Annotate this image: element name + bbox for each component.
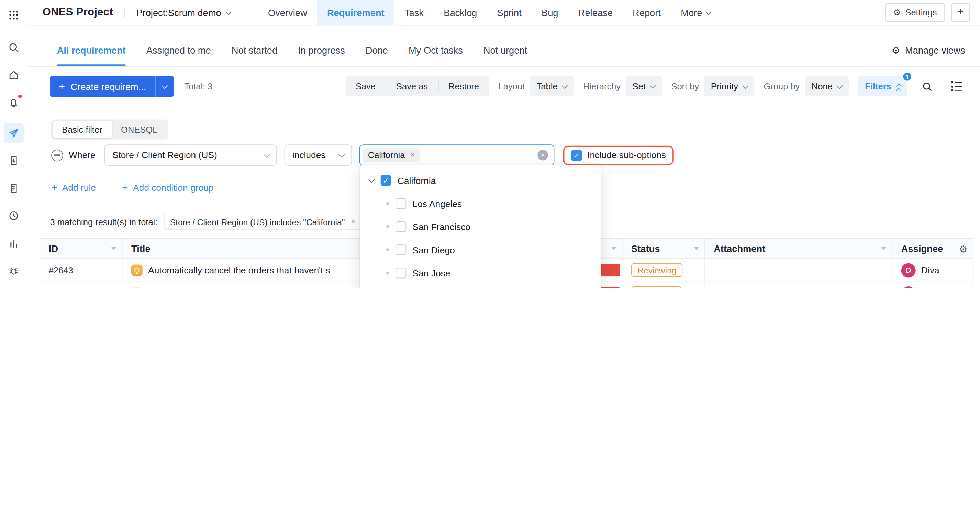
- remove-filter-icon[interactable]: ✕: [350, 219, 356, 225]
- create-dropdown-button[interactable]: [156, 76, 174, 97]
- include-sub-options-annotation: Include sub-options: [563, 145, 674, 165]
- dropdown-option-california[interactable]: California: [360, 169, 601, 192]
- restore-button[interactable]: Restore: [439, 81, 489, 91]
- filter-rule-row: Where Store / Client Region (US) include…: [51, 144, 980, 166]
- view-tab-done[interactable]: Done: [366, 34, 388, 66]
- apps-grid-icon[interactable]: [3, 5, 23, 25]
- chevron-down-icon: [742, 82, 748, 88]
- view-tab-in-progress[interactable]: In progress: [298, 34, 345, 66]
- add-button[interactable]: +: [951, 3, 970, 22]
- where-label: Where: [69, 150, 95, 160]
- project-selector[interactable]: Project:Scrum demo: [136, 7, 230, 18]
- nav-requirement[interactable]: Requirement: [317, 0, 395, 25]
- dropdown-option-san-jose[interactable]: San Jose: [360, 261, 601, 284]
- table-header-attachment[interactable]: Attachment: [705, 239, 893, 258]
- value-multiselect-input[interactable]: California ✕ ✕: [359, 144, 554, 166]
- cell-assignee: D Diva: [892, 259, 973, 281]
- view-tab-not-started[interactable]: Not started: [232, 34, 277, 66]
- gear-icon: ⚙: [893, 8, 901, 17]
- save-as-button[interactable]: Save as: [386, 81, 438, 91]
- nav-overview[interactable]: Overview: [258, 0, 317, 25]
- remove-tag-icon[interactable]: ✕: [410, 152, 415, 158]
- views-bar: All requirement Assigned to me Not start…: [27, 26, 980, 67]
- avatar: D: [901, 286, 916, 288]
- group-by-select[interactable]: None: [805, 76, 849, 96]
- remove-rule-icon[interactable]: [51, 149, 63, 161]
- operator-select[interactable]: includes: [284, 144, 352, 166]
- field-select[interactable]: Store / Client Region (US): [104, 144, 277, 166]
- filters-count-badge: 1: [902, 71, 913, 82]
- document-edit-icon[interactable]: [3, 178, 23, 198]
- add-rule-button[interactable]: + Add rule: [51, 181, 96, 194]
- bell-icon[interactable]: [3, 92, 23, 112]
- cell-attachment: [705, 259, 893, 281]
- clock-icon[interactable]: [3, 205, 23, 226]
- avatar: D: [901, 263, 916, 277]
- dropdown-option-colorado[interactable]: Colorado: [360, 285, 601, 288]
- selected-value-tag: California ✕: [363, 148, 420, 162]
- chevron-down-icon[interactable]: [368, 177, 375, 183]
- column-settings-gear-icon[interactable]: ⚙: [959, 244, 967, 253]
- nav-more[interactable]: More: [671, 0, 721, 25]
- view-tab-not-urgent[interactable]: Not urgent: [484, 34, 527, 66]
- sort-by-select[interactable]: Priority: [704, 76, 754, 96]
- filter-caret-icon: [611, 247, 616, 250]
- settings-button[interactable]: ⚙ Settings: [885, 3, 945, 22]
- checkbox-unchecked[interactable]: [396, 221, 406, 232]
- collapse-filters-icon: [897, 82, 900, 91]
- checkbox-checked[interactable]: [381, 175, 391, 186]
- table-header-status[interactable]: Status: [623, 239, 705, 258]
- hierarchy-label: Hierarchy: [583, 81, 620, 91]
- hierarchy-select[interactable]: Set: [626, 76, 662, 96]
- dropdown-option-san-francisco[interactable]: San Francisco: [360, 215, 601, 238]
- notification-dot: [17, 94, 22, 99]
- list-settings-icon[interactable]: [946, 76, 966, 96]
- active-filter-tag: Store / Client Region (US) includes "Cal…: [164, 214, 362, 230]
- chevron-down-icon: [263, 151, 269, 158]
- view-tab-my-oct-tasks[interactable]: My Oct tasks: [409, 34, 463, 66]
- document-export-icon[interactable]: [3, 151, 23, 170]
- filters-button[interactable]: Filters: [858, 76, 907, 96]
- top-header: ONES Project Project:Scrum demo Overview…: [27, 0, 980, 26]
- nav-report[interactable]: Report: [623, 0, 671, 25]
- nav-release[interactable]: Release: [568, 0, 623, 25]
- filter-mode-tabs: Basic filter ONESQL: [51, 119, 168, 139]
- table-header-assignee[interactable]: Assignee⚙: [892, 239, 973, 258]
- group-by-label: Group by: [764, 81, 800, 91]
- chevron-down-icon: [705, 9, 712, 15]
- nav-task[interactable]: Task: [395, 0, 434, 25]
- checkbox-unchecked[interactable]: [396, 268, 406, 278]
- create-requirement-button[interactable]: + Create requirem...: [50, 76, 174, 97]
- search-icon[interactable]: [3, 37, 23, 57]
- view-tab-all-requirement[interactable]: All requirement: [57, 34, 126, 66]
- bar-chart-icon[interactable]: [3, 233, 23, 253]
- nav-backlog[interactable]: Backlog: [434, 0, 487, 25]
- view-tab-assigned-to-me[interactable]: Assigned to me: [146, 34, 211, 66]
- checkbox-unchecked[interactable]: [396, 244, 406, 255]
- include-sub-options-checkbox[interactable]: [571, 150, 582, 161]
- chevron-down-icon: [225, 9, 231, 15]
- table-header-id[interactable]: ID: [40, 239, 123, 258]
- manage-views-button[interactable]: ⚙ Manage views: [892, 34, 965, 66]
- add-condition-group-button[interactable]: + Add condition group: [122, 181, 213, 194]
- nav-bug[interactable]: Bug: [531, 0, 568, 25]
- tree-bullet: [386, 202, 389, 205]
- save-button[interactable]: Save: [346, 81, 385, 91]
- total-count: Total: 3: [184, 81, 212, 91]
- home-icon[interactable]: [3, 65, 23, 85]
- search-icon[interactable]: [917, 76, 937, 96]
- chevron-down-icon: [162, 82, 168, 88]
- layout-select[interactable]: Table: [530, 76, 574, 96]
- dropdown-option-los-angeles[interactable]: Los Angeles: [360, 192, 601, 215]
- toolbar: + Create requirem... Total: 3 Save Save …: [27, 67, 980, 106]
- tab-onesql[interactable]: ONESQL: [112, 121, 167, 138]
- paper-plane-icon[interactable]: [3, 123, 23, 143]
- chevron-down-icon: [650, 82, 656, 88]
- dropdown-option-san-diego[interactable]: San Diego: [360, 238, 601, 261]
- tab-basic-filter[interactable]: Basic filter: [52, 121, 112, 138]
- checkbox-unchecked[interactable]: [396, 198, 406, 209]
- bug-icon[interactable]: [3, 261, 23, 280]
- filter-caret-icon: [111, 247, 116, 250]
- nav-sprint[interactable]: Sprint: [487, 0, 531, 25]
- clear-input-icon[interactable]: ✕: [538, 150, 548, 161]
